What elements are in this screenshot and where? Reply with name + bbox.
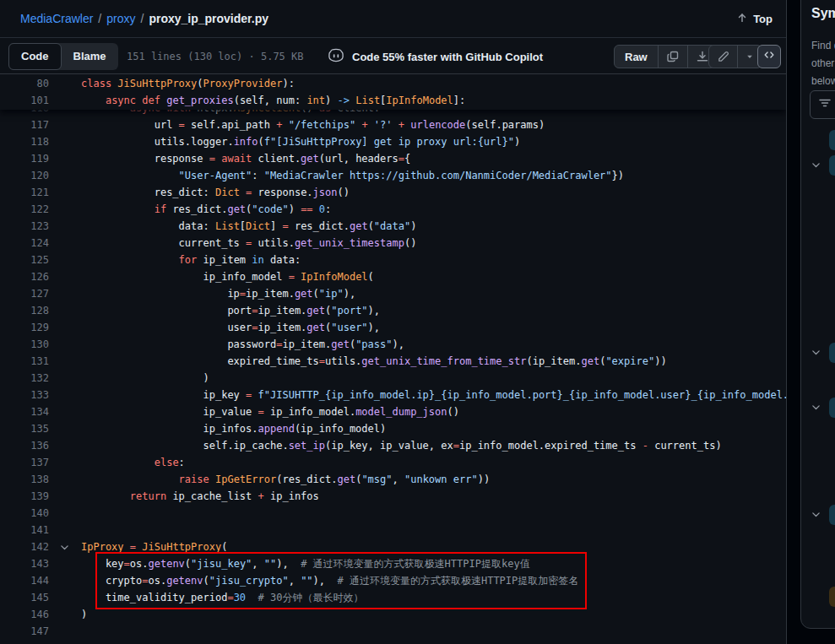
code-line: 140	[0, 505, 786, 522]
raw-button[interactable]: Raw	[615, 46, 658, 68]
symbol-chip[interactable]	[829, 343, 835, 363]
code-line: 123 data: List[Dict] = res_dict.get("dat…	[0, 218, 786, 235]
copilot-banner[interactable]: Code 55% faster with GitHub Copilot	[328, 38, 543, 75]
raw-copy-download-group: Raw	[614, 45, 718, 68]
code-text: class JiSuHttpProxy(ProxyProvider):	[81, 75, 295, 92]
code-text: data: List[Dict] = res_dict.get("data")	[81, 218, 416, 235]
gutter	[49, 572, 81, 589]
line-number[interactable]: 135	[0, 420, 49, 437]
gutter	[49, 184, 81, 201]
gutter	[49, 454, 81, 471]
line-number[interactable]: 140	[0, 505, 49, 522]
fold-toggle-icon[interactable]	[49, 538, 81, 555]
code-text: utils.logger.info(f"[JiSuHttpProxy] get …	[81, 133, 520, 150]
gutter	[49, 268, 81, 285]
edit-pencil-icon[interactable]	[709, 46, 737, 68]
line-number[interactable]: 101	[0, 92, 49, 109]
chevron-down-icon[interactable]	[811, 346, 821, 361]
back-to-top-button[interactable]: Top	[736, 0, 773, 37]
code-line: 117 url = self.api_path + "/fetchips" + …	[0, 116, 786, 133]
code-line: 131 expired_time_ts=utils.get_unix_time_…	[0, 353, 786, 370]
file-view-panel: MediaCrawler / proxy / proxy_ip_provider…	[0, 0, 787, 644]
gutter	[49, 403, 81, 420]
line-number[interactable]: 123	[0, 218, 49, 235]
code-text: port=ip_item.get("port"),	[81, 302, 380, 319]
line-number[interactable]: 133	[0, 387, 49, 403]
line-number[interactable]: 130	[0, 336, 49, 353]
line-number[interactable]: 117	[0, 116, 49, 133]
symbols-title: Symbols	[811, 6, 835, 21]
line-number[interactable]: 128	[0, 302, 49, 319]
code-viewer: 116 async with httpx.AsyncClient() as cl…	[0, 74, 786, 644]
line-number[interactable]: 122	[0, 201, 49, 218]
code-text: )	[81, 606, 87, 623]
line-number[interactable]: 121	[0, 184, 49, 201]
symbol-chip[interactable]	[829, 587, 835, 607]
line-number[interactable]: 142	[0, 538, 49, 555]
line-number[interactable]: 144	[0, 572, 49, 589]
tab-code[interactable]: Code	[8, 43, 62, 70]
code-line: 132 )	[0, 370, 786, 387]
code-text: url = self.api_path + "/fetchips" + '?' …	[81, 116, 545, 133]
gutter	[49, 606, 81, 623]
code-text: for ip_item in data:	[81, 252, 301, 268]
code-text: response = await client.get(url, headers…	[81, 150, 410, 167]
line-number[interactable]: 134	[0, 403, 49, 420]
line-number[interactable]: 146	[0, 606, 49, 623]
code-line: 121 res_dict: Dict = response.json()	[0, 184, 786, 201]
line-number[interactable]: 137	[0, 454, 49, 471]
tab-blame[interactable]: Blame	[62, 43, 118, 70]
line-number[interactable]: 124	[0, 235, 49, 252]
gutter	[49, 285, 81, 302]
code-text: ip_infos.append(ip_info_model)	[81, 420, 386, 437]
line-number[interactable]: 132	[0, 370, 49, 387]
line-number[interactable]: 126	[0, 268, 49, 285]
gutter	[49, 75, 81, 92]
code-text: res_dict: Dict = response.json()	[81, 184, 350, 201]
code-text: password=ip_item.get("pass"),	[81, 336, 404, 353]
line-number[interactable]: 80	[0, 75, 49, 92]
symbols-filter-button[interactable]	[810, 90, 835, 119]
symbols-pane-toggle[interactable]	[757, 45, 781, 68]
code-text: else:	[81, 454, 185, 471]
line-number[interactable]: 136	[0, 437, 49, 454]
code-text: ip=ip_item.get("ip"),	[81, 285, 355, 302]
symbol-chip[interactable]	[829, 130, 835, 150]
code-text: self.ip_cache.set_ip(ip_key, ip_value, e…	[81, 437, 722, 454]
line-number[interactable]: 131	[0, 353, 49, 370]
symbol-chip[interactable]	[829, 155, 835, 176]
gutter	[49, 150, 81, 167]
line-number[interactable]: 143	[0, 555, 49, 572]
chevron-down-icon[interactable]	[811, 508, 821, 523]
line-number[interactable]: 127	[0, 285, 49, 302]
chevron-down-icon[interactable]	[811, 401, 821, 416]
line-number[interactable]: 118	[0, 133, 49, 150]
gutter	[49, 235, 81, 252]
line-number[interactable]: 129	[0, 319, 49, 336]
symbol-chip[interactable]	[829, 505, 835, 525]
symbol-chip[interactable]	[829, 398, 835, 418]
gutter	[49, 471, 81, 488]
code-text: expired_time_ts=utils.get_unix_time_from…	[81, 353, 667, 370]
breadcrumb-repo-link[interactable]: MediaCrawler	[20, 12, 93, 25]
line-number[interactable]: 139	[0, 488, 49, 505]
breadcrumb-dir-link[interactable]: proxy	[106, 12, 135, 25]
line-number[interactable]: 120	[0, 167, 49, 184]
gutter	[49, 92, 81, 109]
line-number[interactable]: 141	[0, 522, 49, 538]
code-text: ip_value = ip_info_model.model_dump_json…	[81, 403, 459, 420]
line-number[interactable]: 147	[0, 623, 49, 640]
gutter	[49, 218, 81, 235]
gutter	[49, 116, 81, 133]
chevron-down-icon[interactable]	[811, 159, 821, 174]
gutter	[49, 370, 81, 387]
code-line: 126 ip_info_model = IpInfoModel(	[0, 268, 786, 285]
copy-raw-icon[interactable]	[658, 46, 687, 68]
highlight-box	[95, 552, 587, 609]
gutter	[49, 623, 81, 640]
line-number[interactable]: 138	[0, 471, 49, 488]
top-button-label: Top	[753, 13, 773, 25]
line-number[interactable]: 145	[0, 589, 49, 606]
line-number[interactable]: 125	[0, 252, 49, 268]
line-number[interactable]: 119	[0, 150, 49, 167]
